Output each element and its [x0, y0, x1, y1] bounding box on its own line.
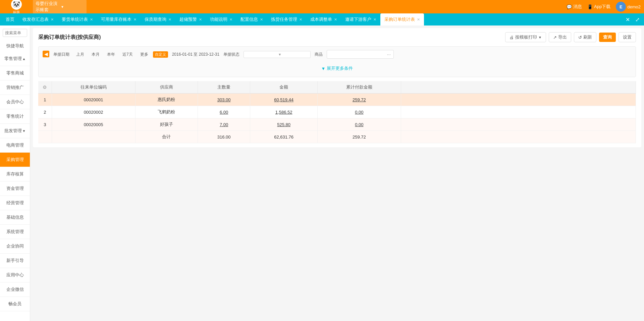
row-supplier: 好孩子	[135, 118, 198, 131]
print-button[interactable]: 🖨 按模板打印 ▼	[505, 32, 546, 42]
tab-receive-summary[interactable]: 收发存汇总表 ✕	[18, 13, 58, 25]
row-qty[interactable]: 6.00	[198, 106, 250, 118]
more-options-icon[interactable]: ···	[387, 52, 391, 57]
export-button[interactable]: ↗ 导出	[549, 32, 571, 42]
row-amount[interactable]: 525.80	[250, 118, 317, 131]
row-index: 3	[38, 118, 52, 131]
th-extra	[401, 81, 636, 94]
table-row: 1 00020001 惠氏奶粉 303.00 60,519.44 259.72	[38, 94, 636, 106]
tab-cost-adjust[interactable]: 成本调整单 ✕	[306, 13, 341, 25]
status-select[interactable]: ▼	[244, 51, 311, 58]
sidebar-item-wholesale[interactable]: 批发管理 ▼	[0, 124, 30, 138]
table-header-row: ⚙ 往来单位编码 供应商 主数量 金额 累计付款金额	[38, 81, 636, 94]
user-menu[interactable]: E demo2	[616, 2, 641, 12]
collapse-filter-button[interactable]: ◀	[43, 51, 49, 57]
search-input[interactable]	[3, 29, 27, 37]
sidebar-item-member[interactable]: 会员中心	[0, 95, 30, 109]
close-icon[interactable]: ✕	[168, 17, 171, 22]
tab-config-info[interactable]: 配置信息 ✕	[236, 13, 267, 25]
tab-purchase-order-summary[interactable]: 采购订单统计表 ✕	[380, 13, 424, 25]
close-icon[interactable]: ✕	[299, 17, 302, 22]
th-qty: 主数量	[198, 81, 250, 94]
sidebar-item-shortcut[interactable]: 快捷导航	[0, 40, 30, 52]
close-icon[interactable]: ✕	[51, 17, 54, 22]
close-icon[interactable]: ✕	[199, 17, 202, 22]
sidebar-item-purchase[interactable]: 采购管理	[0, 153, 30, 167]
sidebar-item-retail-stats[interactable]: 零售统计	[0, 109, 30, 124]
close-icon[interactable]: ✕	[133, 17, 137, 22]
page-header: 采购订单统计表(按供应商) 🖨 按模板打印 ▼ ↗ 导出 ↺ 刷新	[38, 32, 636, 42]
date-range-display: 2016-01-01 至 2023-12-31	[172, 52, 219, 57]
search-area	[0, 25, 30, 40]
row-qty[interactable]: 303.00	[198, 94, 250, 106]
tab-expiry-query[interactable]: 保质期查询 ✕	[141, 13, 175, 25]
row-supplier: 飞鹤奶粉	[135, 106, 198, 118]
expand-filter-button[interactable]: ▼ 展开更多条件	[43, 63, 632, 73]
th-code: 往来单位编码	[52, 81, 135, 94]
more-date-button[interactable]: 更多	[138, 51, 151, 58]
row-paid[interactable]: 0.00	[317, 118, 401, 131]
tab-available-inventory[interactable]: 可用量库存账本 ✕	[97, 13, 141, 25]
tab-function-desc[interactable]: 功能说明 ✕	[206, 13, 236, 25]
close-tab-button[interactable]: ✕	[623, 15, 633, 24]
row-amount[interactable]: 1,586.52	[250, 106, 317, 118]
top-right-area: 💬 消息 📱 App下载 E demo2	[567, 2, 641, 12]
tab-overstock-warning[interactable]: 超储预警 ✕	[175, 13, 206, 25]
refresh-button[interactable]: ↺ 刷新	[574, 32, 596, 42]
goods-input: ···	[327, 50, 394, 59]
goods-search-field[interactable]	[330, 52, 385, 57]
settings-icon[interactable]: ⚙	[43, 85, 47, 90]
row-index: 2	[38, 106, 52, 118]
sidebar-item-system[interactable]: 系统管理	[0, 225, 30, 239]
message-icon: 💬	[567, 4, 572, 9]
close-icon[interactable]: ✕	[260, 17, 263, 22]
chevron-down-icon: ▼	[321, 66, 326, 71]
nav-tabs: 首页 收发存汇总表 ✕ 要货单统计表 ✕ 可用量库存账本 ✕ 保质期查询 ✕ 超…	[0, 13, 644, 25]
sidebar-item-operations[interactable]: 经营管理	[0, 196, 30, 210]
this-year-button[interactable]: 本年	[104, 51, 118, 58]
maximize-button[interactable]: ⤢	[633, 15, 642, 24]
query-button[interactable]: 查询	[599, 33, 616, 42]
last-7days-button[interactable]: 近7天	[120, 51, 136, 58]
sidebar-item-inventory[interactable]: 库存核算	[0, 167, 30, 181]
sidebar-item-ecommerce[interactable]: 电商管理	[0, 138, 30, 153]
logo-icon: 🐼	[11, 0, 22, 10]
row-paid[interactable]: 259.72	[317, 94, 401, 106]
sidebar-item-app-center[interactable]: 应用中心	[0, 268, 30, 282]
row-supplier: 惠氏奶粉	[135, 94, 198, 106]
table-footer-row: 合计 316.00 62,631.76 259.72	[38, 131, 636, 143]
row-qty[interactable]: 7.00	[198, 118, 250, 131]
close-icon[interactable]: ✕	[417, 17, 420, 22]
close-icon[interactable]: ✕	[373, 17, 376, 22]
app-download-button[interactable]: 📱 App下载	[587, 4, 610, 10]
close-icon[interactable]: ✕	[334, 17, 337, 22]
message-button[interactable]: 💬 消息	[567, 4, 582, 10]
sidebar-item-retail-mgmt[interactable]: 零售管理 ▲	[0, 52, 30, 66]
chevron-up-icon: ▲	[22, 57, 26, 61]
tab-order-summary[interactable]: 要货单统计表 ✕	[58, 13, 97, 25]
sidebar-item-enterprise[interactable]: 企业协同	[0, 239, 30, 254]
sidebar-item-wechat[interactable]: 企业微信	[0, 282, 30, 297]
close-icon[interactable]: ✕	[90, 17, 93, 22]
th-supplier: 供应商	[135, 81, 198, 94]
sidebar-item-retail-shop[interactable]: 零售商城	[0, 66, 30, 81]
tab-pick-task[interactable]: 拣货任务管理 ✕	[267, 13, 306, 25]
sidebar-item-membership[interactable]: 畅会员	[0, 297, 30, 311]
custom-date-badge[interactable]: 自定义	[153, 51, 168, 58]
total-label: 合计	[135, 131, 198, 143]
last-month-button[interactable]: 上月	[73, 51, 87, 58]
sidebar-item-basic-info[interactable]: 基础信息	[0, 210, 30, 225]
row-paid[interactable]: 0.00	[317, 106, 401, 118]
tab-invite-downstream[interactable]: 邀请下游客户 ✕	[341, 13, 380, 25]
account-selector[interactable]: 母婴行业演示账套 ▼	[33, 0, 87, 14]
sidebar-item-marketing[interactable]: 营销推广	[0, 81, 30, 95]
row-amount[interactable]: 60,519.44	[250, 94, 317, 106]
sidebar-item-newbie[interactable]: 新手引导	[0, 254, 30, 268]
logo-area: 🐼 标题	[3, 0, 30, 15]
this-month-button[interactable]: 本月	[89, 51, 102, 58]
sidebar-item-finance[interactable]: 资金管理	[0, 181, 30, 196]
tab-home[interactable]: 首页	[2, 13, 18, 25]
nav-right-buttons: ✕ ⤢	[623, 15, 644, 24]
close-icon[interactable]: ✕	[229, 17, 232, 22]
settings-button[interactable]: 设置	[619, 32, 636, 42]
